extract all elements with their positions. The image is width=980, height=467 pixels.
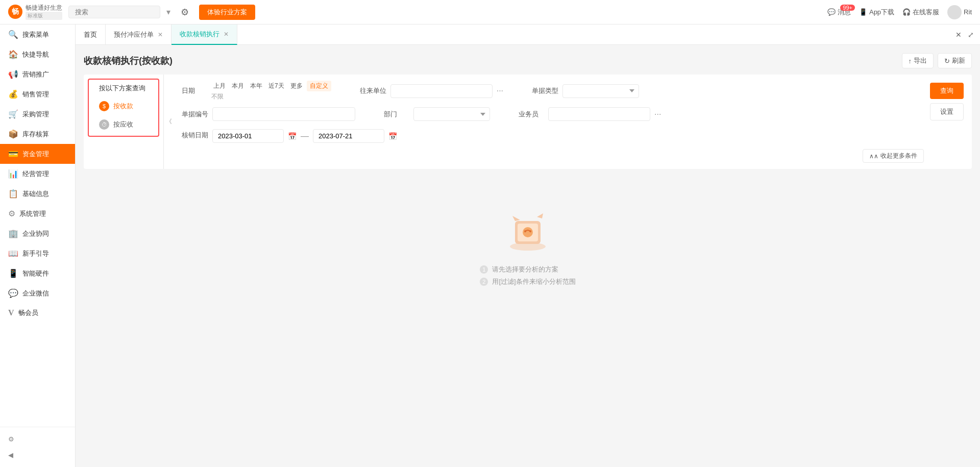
salesperson-label: 业务员 [519,110,544,119]
step-1-num: 1 [480,265,488,274]
sidebar-item-inventory[interactable]: 📦 库存核算 [0,124,75,144]
sidebar-item-label: 采购管理 [22,110,49,119]
date-shortcut-more[interactable]: 更多 [288,81,305,91]
verify-date-end-input[interactable] [313,129,384,143]
sidebar-item-system[interactable]: ⚙ 系统管理 [0,204,75,224]
sidebar-item-collab[interactable]: 🏢 企业协同 [0,224,75,243]
chevron-left-icon: 《 [166,117,172,126]
verify-date-start-input[interactable] [212,129,284,143]
sidebar-item-label: 资金管理 [22,150,49,159]
tab-bar-actions: ✕ ⤢ [949,29,980,41]
service-icon: 🎧 [902,8,911,16]
doc-num-input[interactable] [212,107,355,121]
sidebar-item-marketing[interactable]: 📢 营销推广 [0,64,75,84]
filter-row-3: 核销日期 📅 — 📅 [182,127,924,143]
sidebar-item-label: 新手引导 [22,249,49,258]
sidebar-settings-btn[interactable]: ⚙ [0,431,75,447]
settings-set-btn[interactable]: 设置 [930,103,964,120]
date-shortcut-7days[interactable]: 近7天 [266,81,286,91]
industry-btn[interactable]: 体验行业方案 [199,5,255,20]
end-calendar-icon[interactable]: 📅 [388,132,397,140]
filter-option-by-receivable[interactable]: ⏱ 按应收 [91,115,156,134]
filter-row-2: 单据编号 部门 [182,107,924,121]
search-dropdown-icon[interactable]: ▾ [166,7,170,17]
tab-expand-btn[interactable]: ⤢ [966,29,976,41]
settings-icon: ⚙ [8,435,14,443]
filter-sidebar-border: 按以下方案查询 $ 按收款 ⏱ 按应收 [88,79,159,137]
tab-prepay[interactable]: 预付冲应付单 ✕ [106,24,172,45]
sidebar-collapse-btn[interactable]: ◀ [0,447,75,463]
tab-receipt-verify[interactable]: 收款核销执行 ✕ [172,24,237,45]
svg-point-3 [523,227,533,237]
collapse-row: ∧∧ 收起更多条件 [182,149,924,163]
sidebar-item-label: 经营管理 [22,169,49,179]
message-icon: 💬 [827,8,836,16]
receivable-icon: ⏱ [99,119,109,130]
tab-receipt-verify-close-icon[interactable]: ✕ [224,31,229,38]
marketing-icon: 📢 [8,69,18,79]
system-icon: ⚙ [8,209,15,218]
sidebar-item-finance[interactable]: 💳 资金管理 [0,144,75,164]
sidebar-item-label: 营销推广 [22,70,49,79]
doc-type-select[interactable] [562,84,639,98]
sidebar-item-purchase[interactable]: 🛒 采购管理 [0,104,75,124]
sidebar-item-quick-nav[interactable]: 🏠 快捷导航 [0,44,75,64]
filter-option-by-receipt[interactable]: $ 按收款 [91,97,156,115]
guide-icon: 📖 [8,249,18,258]
sidebar-item-label: 销售管理 [22,90,49,99]
sidebar-item-label: 快捷导航 [22,50,49,59]
sidebar-item-management[interactable]: 📊 经营管理 [0,164,75,184]
doc-type-label: 单据类型 [532,86,558,95]
service-btn[interactable]: 🎧 在线客服 [902,8,939,17]
sidebar-item-guide[interactable]: 📖 新手引导 [0,243,75,263]
sidebar-item-label: 畅会员 [18,308,38,317]
filter-form-inner: 日期 上月 本月 本年 近7天 更多 自定义 [182,81,964,163]
collapse-more-btn[interactable]: ∧∧ 收起更多条件 [863,149,924,163]
tab-prepay-close-icon[interactable]: ✕ [158,31,163,38]
export-label: 导出 [914,56,927,65]
sidebar-item-hardware[interactable]: 📱 智能硬件 [0,263,75,283]
date-range: 📅 — 📅 [212,129,397,143]
sidebar-item-sales[interactable]: 💰 销售管理 [0,84,75,104]
page-content: 收款核销执行(按收款) ↑ 导出 ↻ 刷新 按以下方案 [76,45,980,467]
counterparty-ellipsis-icon[interactable]: ··· [497,86,503,95]
date-shortcut-this-month[interactable]: 本月 [230,81,246,91]
salesperson-ellipsis-icon[interactable]: ··· [654,110,661,119]
date-shortcut-last-month[interactable]: 上月 [211,81,228,91]
query-btn[interactable]: 查询 [930,83,964,99]
empty-step-2-text: 用[过滤]条件来缩小分析范围 [492,277,575,286]
doc-num-label: 单据编号 [182,110,208,119]
sidebar-item-label: 系统管理 [19,209,46,218]
start-calendar-icon[interactable]: 📅 [288,132,297,140]
tab-close-all-btn[interactable]: ✕ [953,29,964,41]
basic-info-icon: 📋 [8,189,18,199]
collab-icon: 🏢 [8,229,18,238]
collapse-icon: ◀ [8,451,13,459]
sidebar-item-search[interactable]: 🔍 搜索菜单 [0,24,75,44]
export-btn[interactable]: ↑ 导出 [902,53,934,68]
brand-icon: 畅 [8,5,22,19]
brand-info: 畅捷通好生意 标准版 [26,4,62,19]
refresh-btn[interactable]: ↻ 刷新 [938,53,972,68]
page-header: 收款核销执行(按收款) ↑ 导出 ↻ 刷新 [84,53,972,68]
app-download-btn[interactable]: 📱 App下载 [859,8,894,17]
top-search-input[interactable] [68,6,160,18]
sidebar-item-member[interactable]: V 畅会员 [0,303,75,323]
sidebar-item-basic-info[interactable]: 📋 基础信息 [0,184,75,204]
tab-home[interactable]: 首页 [76,24,106,45]
settings-gear-btn[interactable]: ⚙ [177,4,193,20]
message-btn[interactable]: 💬 消息 99+ [827,8,851,17]
dept-select[interactable] [413,107,490,121]
sidebar-item-wechat[interactable]: 💬 企业微信 [0,283,75,303]
finance-icon: 💳 [8,149,18,159]
filter-sidebar-title: 按以下方案查询 [91,82,156,97]
date-shortcuts: 上月 本月 本年 近7天 更多 自定义 [211,81,331,91]
date-shortcut-this-year[interactable]: 本年 [248,81,264,91]
salesperson-input[interactable] [548,107,650,121]
date-shortcut-custom[interactable]: 自定义 [307,81,331,91]
tab-receipt-verify-label: 收款核销执行 [180,30,219,39]
filter-collapse-toggle[interactable]: 《 [163,75,174,169]
user-btn[interactable]: Rit [947,5,972,19]
sidebar-bottom: ⚙ ◀ [0,427,75,467]
counterparty-input[interactable] [390,84,493,98]
